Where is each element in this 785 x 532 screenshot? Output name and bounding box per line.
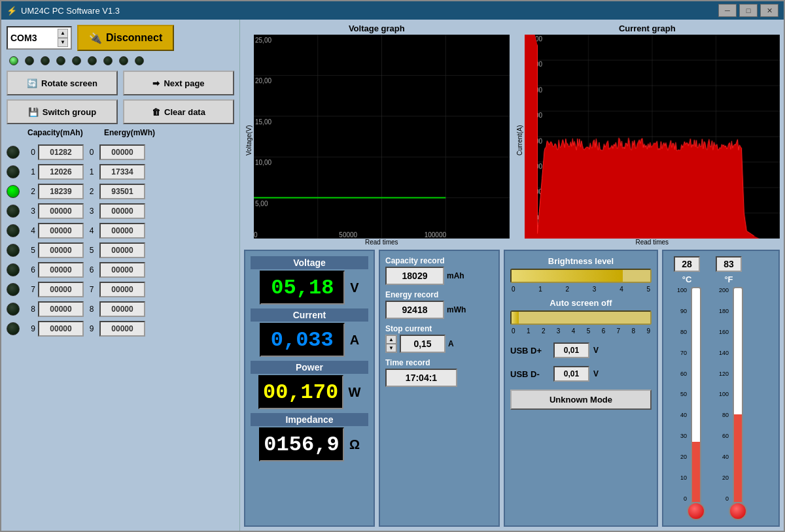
table-row: 1 1: [7, 162, 234, 182]
records-panel: Capacity record mAh Energy record mWh: [379, 250, 500, 527]
row-cap-9[interactable]: [38, 321, 84, 337]
celsius-thermometer-body: [691, 287, 701, 503]
current-y-label: Current(A): [515, 35, 525, 246]
impedance-display: 0156,9: [259, 427, 344, 461]
right-panel: Voltage graph Voltage(V) Read times Curr…: [240, 20, 784, 531]
row-cap-8[interactable]: [38, 301, 84, 317]
row-ene-3[interactable]: [99, 203, 145, 219]
stop-current-label: Stop current: [385, 324, 493, 333]
com-input-wrapper: ▲ ▼: [7, 26, 72, 50]
energy-record-input[interactable]: [385, 301, 444, 319]
minimize-button[interactable]: ─: [718, 4, 737, 17]
celsius-col: °C 100 90 80 70 60 50 40 30: [669, 256, 705, 520]
indicator-7: [119, 56, 128, 65]
voltage-value: 05,18: [271, 276, 334, 300]
indicator-8: [135, 56, 144, 65]
impedance-row: 0156,9 Ω: [259, 427, 360, 461]
clear-data-button[interactable]: 🗑 Clear data: [123, 99, 234, 124]
row-ene-1[interactable]: [99, 164, 145, 180]
switch-group-button[interactable]: 💾 Switch group: [7, 99, 118, 124]
row-ene-5[interactable]: [99, 242, 145, 258]
auto-screen-slider[interactable]: [510, 310, 652, 325]
switch-icon: 💾: [28, 107, 39, 117]
capacity-record-input[interactable]: [385, 267, 444, 285]
row-label-2: 2: [25, 187, 35, 196]
celsius-input[interactable]: [674, 256, 700, 272]
capacity-record-label: Capacity record: [385, 256, 493, 265]
row-ene-8[interactable]: [99, 301, 145, 317]
voltage-graph-area: Read times: [254, 35, 510, 246]
indicator-1: [25, 56, 34, 65]
usb-dplus-unit: V: [593, 346, 599, 355]
fahrenheit-input[interactable]: [716, 256, 742, 272]
voltage-graph-title: Voltage graph: [349, 24, 405, 33]
row-label-3: 3: [25, 207, 35, 216]
next-icon: ➡: [152, 78, 160, 88]
row-cap-0[interactable]: [38, 144, 84, 160]
impedance-section: Impedance 0156,9 Ω: [251, 413, 368, 461]
usb-dplus-input[interactable]: [553, 342, 589, 358]
row-indicator-8: [7, 303, 20, 316]
stop-current-input[interactable]: [400, 335, 445, 353]
stop-current-down-btn[interactable]: ▼: [386, 344, 396, 352]
left-panel: ▲ ▼ 🔌 Disconnect: [1, 20, 240, 531]
com-port-input[interactable]: [10, 33, 56, 43]
usb-dplus-row: USB D+ V: [510, 342, 652, 358]
row-indicator-3: [7, 205, 20, 218]
row-ene-9[interactable]: [99, 321, 145, 337]
current-x-label: Read times: [525, 239, 780, 246]
main-content: ▲ ▼ 🔌 Disconnect: [1, 20, 784, 531]
usb-dminus-unit: V: [593, 369, 599, 378]
table-row: 5 5: [7, 241, 234, 260]
row-ene-6[interactable]: [99, 262, 145, 278]
com-arrow: ▲ ▼: [58, 29, 68, 47]
current-graph-area: Read times: [525, 35, 780, 246]
bottom-section: Voltage 05,18 V Current 0,033: [244, 250, 780, 527]
energy-record-section: Energy record mWh: [385, 290, 493, 319]
maximize-button[interactable]: □: [739, 4, 758, 17]
row-cap-2[interactable]: [38, 184, 84, 199]
close-button[interactable]: ✕: [760, 4, 778, 17]
time-record-input[interactable]: [385, 369, 457, 387]
row-label-9: 9: [25, 324, 35, 333]
energy-record-row: mWh: [385, 301, 493, 319]
stop-current-unit: A: [448, 339, 454, 348]
row-num2-6: 6: [86, 265, 97, 274]
row-ene-2[interactable]: [99, 184, 145, 199]
settings-panel: Brightness level 012345 Auto screen off: [504, 250, 658, 527]
row-ene-4[interactable]: [99, 223, 145, 239]
row-cap-3[interactable]: [38, 203, 84, 219]
ene-header: Energy(mWh): [103, 128, 156, 137]
next-page-button[interactable]: ➡ Next page: [123, 71, 234, 95]
row-label-4: 4: [25, 226, 35, 235]
fahrenheit-bulb: [729, 502, 747, 520]
power-value: 00,170: [263, 380, 338, 405]
indicator-0: [9, 56, 18, 65]
rotate-screen-button[interactable]: 🔄 Rotate screen: [7, 71, 118, 95]
brightness-section: Brightness level 012345: [510, 256, 652, 293]
voltage-graph-container: Voltage graph Voltage(V) Read times: [244, 24, 510, 246]
usb-dminus-input[interactable]: [553, 366, 589, 382]
row-label-6: 6: [25, 265, 35, 274]
row-num2-8: 8: [86, 305, 97, 314]
unknown-mode-button[interactable]: Unknown Mode: [510, 390, 652, 410]
row-cap-1[interactable]: [38, 164, 84, 180]
com-down-btn[interactable]: ▼: [58, 38, 68, 47]
row-cap-7[interactable]: [38, 282, 84, 297]
row-indicator-2: [7, 185, 20, 198]
row-cap-5[interactable]: [38, 242, 84, 258]
row-cap-4[interactable]: [38, 223, 84, 239]
row-indicator-4: [7, 224, 20, 237]
power-display: 00,170: [258, 375, 343, 409]
com-up-btn[interactable]: ▲: [58, 29, 68, 38]
stop-current-up-btn[interactable]: ▲: [386, 335, 396, 344]
row-cap-6[interactable]: [38, 262, 84, 278]
row-ene-7[interactable]: [99, 282, 145, 297]
disconnect-button[interactable]: 🔌 Disconnect: [77, 25, 174, 51]
capacity-record-unit: mAh: [447, 271, 464, 280]
brightness-slider[interactable]: [510, 269, 652, 283]
stop-current-section: Stop current ▲ ▼ A: [385, 324, 493, 353]
usb-dminus-label: USB D-: [510, 369, 550, 379]
row-ene-0[interactable]: [99, 144, 145, 160]
fahrenheit-thermometer-body: [733, 287, 743, 503]
